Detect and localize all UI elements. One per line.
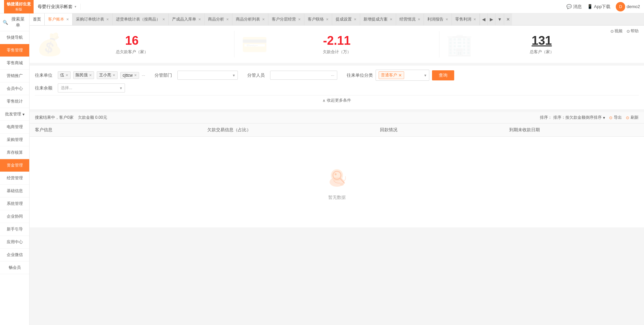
sidebar-item-retail-stats[interactable]: 零售统计 (0, 95, 29, 108)
svg-point-4 (335, 173, 337, 175)
username: demo2 (627, 4, 640, 9)
tab-close-icon[interactable]: ✕ (326, 17, 329, 21)
sidebar: 🔍 搜索菜单 快捷导航 零售管理 零售商城 营销推广 会员中心 零售统计 批发管… (0, 13, 30, 325)
sidebar-search[interactable]: 🔍 搜索菜单 (0, 13, 29, 31)
tab-close-icon[interactable]: ✕ (298, 17, 301, 21)
remove-tag-wu[interactable]: ✕ (66, 73, 68, 77)
remove-tag-customer-type[interactable]: ✕ (398, 73, 402, 78)
sidebar-item-finance[interactable]: 资金管理 (0, 159, 29, 172)
sidebar-item-marketing[interactable]: 营销推广 (0, 70, 29, 82)
sidebar-item-quicknav[interactable]: 快捷导航 (0, 31, 29, 44)
sidebar-item-membership[interactable]: 畅会员 (0, 261, 29, 274)
sidebar-item-purchase[interactable]: 采购管理 (0, 134, 29, 146)
sidebar-item-newbie[interactable]: 新手引导 (0, 223, 29, 236)
tab-close-icon[interactable]: ✕ (162, 17, 165, 21)
tab-retail-profit[interactable]: 零售利润 ✕ (452, 13, 480, 26)
tab-business-status[interactable]: 经营情况 ✕ (396, 13, 424, 26)
tab-product-analysis-list[interactable]: 商品分析列表 ✕ (232, 13, 268, 26)
tab-purchase-order[interactable]: 采购订单统计表 ✕ (73, 13, 113, 26)
app-logo: 畅捷通好生意 标版 (4, 0, 34, 13)
sidebar-item-enterprise[interactable]: 企业协同 (0, 210, 29, 223)
remove-tag-chen[interactable]: ✕ (89, 73, 92, 77)
sort-selector[interactable]: 排序： 排序：按欠款金额倒序排序 ▾ (540, 115, 605, 120)
stat-total-owed-customers: 💰 16 总欠款客户（家） (30, 31, 234, 58)
tab-nav-prev[interactable]: ◀ (480, 13, 487, 26)
filter-tag-chen[interactable]: 陈民强 ✕ (73, 71, 94, 79)
tab-bar: 首页 客户账本 ✕ 采购订单统计表 ✕ 进货单统计表（按商品） ✕ 产成品入库单… (30, 13, 644, 26)
collapse-label: 收起更多条件 (327, 98, 351, 103)
tab-product-analysis[interactable]: 商品分析 ✕ (205, 13, 232, 26)
tab-stock-stats-label: 进货单统计表（按商品） (116, 16, 160, 22)
empty-state: 暂无数据 (30, 137, 644, 227)
export-btn[interactable]: ⊙ 导出 (609, 115, 622, 120)
tab-close-icon[interactable]: ✕ (418, 17, 420, 21)
sidebar-item-wholesale[interactable]: 批发管理 ▾ (0, 108, 29, 121)
chevron-down-dept: ▾ (233, 73, 235, 78)
sidebar-item-operations[interactable]: 经营管理 (0, 172, 29, 185)
tab-close-icon[interactable]: ✕ (198, 17, 201, 21)
tab-close-icon[interactable]: ✕ (226, 17, 229, 21)
filter-tag-customer-type[interactable]: 普通客户 ✕ (379, 71, 404, 79)
filter-tag-unit[interactable]: 伍 ✕ (58, 71, 71, 79)
svg-point-5 (340, 183, 344, 186)
avatar: D (616, 2, 625, 11)
stat-value-1: 16 (125, 34, 138, 48)
sidebar-item-inventory[interactable]: 库存核算 (0, 146, 29, 159)
remove-tag-wang[interactable]: ✕ (113, 73, 115, 77)
app-download-btn[interactable]: 📱 App下载 (587, 4, 610, 10)
base-info-label: 基础信息 (7, 188, 23, 194)
tab-home[interactable]: 首页 (30, 13, 45, 26)
tab-product-inbound-label: 产成品入库单 (172, 16, 196, 22)
filter-more-btn[interactable]: ··· (142, 73, 145, 78)
refresh-btn[interactable]: ⊙ 刷新 (626, 115, 639, 120)
tab-purchase-order-label: 采购订单统计表 (76, 16, 104, 22)
sidebar-item-ecommerce[interactable]: 电商管理 (0, 121, 29, 134)
balance-select[interactable]: 选择... ▾ (58, 83, 125, 93)
tab-close-icon[interactable]: ✕ (390, 17, 392, 21)
sidebar-item-retail-mgmt[interactable]: 零售管理 (0, 44, 29, 57)
tab-profit-report-label: 利润报告 (427, 16, 443, 22)
message-btn[interactable]: 💬 消息 (566, 4, 582, 10)
chevron-down-icon-wholesale: ▾ (23, 112, 25, 117)
tab-nav-menu[interactable]: ▼ (495, 13, 504, 26)
tab-close-icon[interactable]: ✕ (354, 17, 356, 21)
tab-product-inbound[interactable]: 产成品入库单 ✕ (169, 13, 205, 26)
person-select[interactable]: ··· (270, 71, 337, 80)
query-button[interactable]: 查询 (432, 70, 454, 80)
tab-close-icon[interactable]: ✕ (106, 17, 109, 21)
sidebar-item-base-info[interactable]: 基础信息 (0, 185, 29, 197)
remove-tag-cjttcw[interactable]: ✕ (134, 73, 137, 77)
sidebar-item-system[interactable]: 系统管理 (0, 197, 29, 210)
tab-close-icon[interactable]: ✕ (445, 17, 448, 21)
retail-mall-label: 零售商城 (7, 60, 23, 66)
wholesale-label: 批发管理 (5, 111, 21, 117)
stats-row: ⊙ 视频 ⊙ 帮助 💰 16 总欠款客户（家） 💳 -2.11 欠款合计（万） (30, 26, 644, 63)
tab-customer-contact[interactable]: 客户联络 ✕ (304, 13, 332, 26)
store-selector[interactable]: 母婴行业演示帐套 ▾ (34, 4, 81, 10)
dept-select[interactable]: ▾ (177, 71, 238, 80)
wechat-label: 企业微信 (7, 252, 23, 258)
tab-new-commission[interactable]: 新增提成方案 ✕ (360, 13, 396, 26)
tab-close-icon[interactable]: ✕ (262, 17, 265, 21)
sidebar-item-app-center[interactable]: 应用中心 (0, 236, 29, 249)
content-area: 首页 客户账本 ✕ 采购订单统计表 ✕ 进货单统计表（按商品） ✕ 产成品入库单… (30, 13, 644, 325)
sidebar-item-retail-mall[interactable]: 零售商城 (0, 57, 29, 70)
tab-profit-report[interactable]: 利润报告 ✕ (424, 13, 452, 26)
tab-close-icon[interactable]: ✕ (66, 17, 69, 21)
system-label: 系统管理 (7, 201, 23, 207)
collapse-filter-btn[interactable]: ∧ 收起更多条件 (35, 95, 639, 105)
user-menu[interactable]: D demo2 (616, 2, 640, 11)
tab-customer-ledger[interactable]: 客户账本 ✕ (45, 13, 73, 26)
tab-close-icon[interactable]: ✕ (473, 17, 476, 21)
unit-type-select[interactable]: 普通客户 ✕ ▾ (376, 70, 429, 81)
tab-nav-close-all[interactable]: ✕ (504, 13, 512, 26)
filter-tag-cjttcw[interactable]: cjttcw ✕ (120, 72, 139, 79)
tab-commission-settings[interactable]: 提成设置 ✕ (332, 13, 360, 26)
sidebar-item-member[interactable]: 会员中心 (0, 82, 29, 95)
sidebar-item-wechat[interactable]: 企业微信 (0, 249, 29, 261)
tab-customer-layer[interactable]: 客户分层经营 ✕ (268, 13, 304, 26)
filter-tag-wang[interactable]: 王小亮 ✕ (97, 71, 118, 79)
tab-stock-stats[interactable]: 进货单统计表（按商品） ✕ (113, 13, 169, 26)
tab-customer-layer-label: 客户分层经营 (272, 16, 296, 22)
tab-nav-next[interactable]: ▶ (487, 13, 495, 26)
